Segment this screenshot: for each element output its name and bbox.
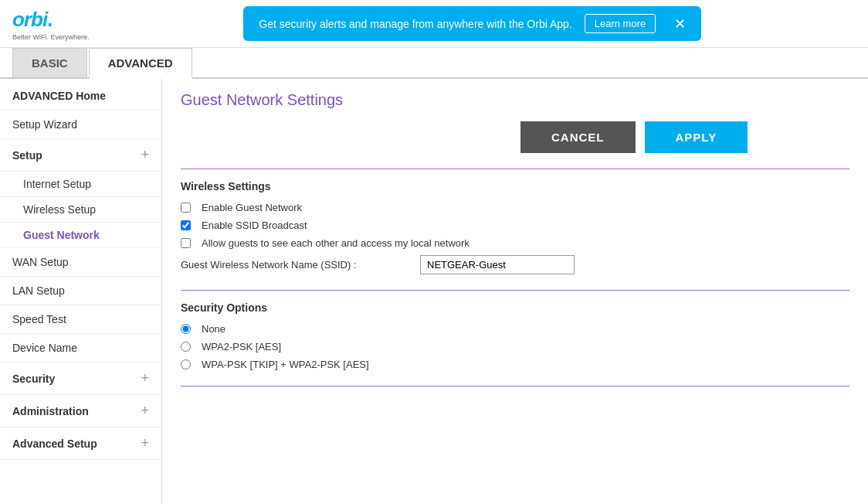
sidebar-item-speed-test[interactable]: Speed Test xyxy=(0,305,161,334)
notification-text: Get security alerts and manage from anyw… xyxy=(259,18,571,30)
sidebar-item-advanced-home[interactable]: ADVANCED Home xyxy=(0,82,161,111)
main-layout: ADVANCED Home Setup Wizard Setup + Inter… xyxy=(0,79,868,504)
allow-guests-label[interactable]: Allow guests to see each other and acces… xyxy=(202,237,470,249)
sidebar-item-lan-setup[interactable]: LAN Setup xyxy=(0,277,161,305)
sidebar-item-guest-network[interactable]: Guest Network xyxy=(0,223,161,248)
security-wpa2-radio[interactable] xyxy=(181,342,191,352)
sidebar: ADVANCED Home Setup Wizard Setup + Inter… xyxy=(0,79,162,504)
security-none-label[interactable]: None xyxy=(202,323,225,335)
content-area: Guest Network Settings CANCEL APPLY Wire… xyxy=(162,79,868,504)
wireless-settings-title: Wireless Settings xyxy=(181,180,849,192)
tabs-bar: BASIC ADVANCED xyxy=(0,48,868,79)
sidebar-item-setup[interactable]: Setup + xyxy=(0,139,161,172)
security-none-row: None xyxy=(181,323,849,335)
sidebar-item-security[interactable]: Security + xyxy=(0,363,161,395)
notification-close-button[interactable]: ✕ xyxy=(674,15,686,32)
setup-expand-icon: + xyxy=(141,147,149,163)
advanced-setup-expand-icon: + xyxy=(141,435,149,451)
logo-area: orbi. Better WiFi. Everywhere. xyxy=(12,7,90,41)
enable-ssid-broadcast-checkbox[interactable] xyxy=(181,220,191,230)
security-options-title: Security Options xyxy=(181,301,849,314)
security-wpa-combo-label[interactable]: WPA-PSK [TKIP] + WPA2-PSK [AES] xyxy=(202,359,369,370)
sidebar-item-internet-setup[interactable]: Internet Setup xyxy=(0,172,161,197)
ssid-input[interactable] xyxy=(420,255,575,274)
security-options-section: Security Options None WPA2-PSK [AES] WPA… xyxy=(181,290,849,370)
allow-guests-row: Allow guests to see each other and acces… xyxy=(181,237,849,249)
security-wpa-combo-row: WPA-PSK [TKIP] + WPA2-PSK [AES] xyxy=(181,359,849,370)
sidebar-item-device-name[interactable]: Device Name xyxy=(0,334,161,363)
enable-guest-network-row: Enable Guest Network xyxy=(181,202,849,213)
enable-guest-network-label[interactable]: Enable Guest Network xyxy=(202,202,302,213)
enable-ssid-broadcast-label[interactable]: Enable SSID Broadcast xyxy=(202,220,307,231)
sidebar-security-label: Security xyxy=(12,373,55,385)
sidebar-item-advanced-setup[interactable]: Advanced Setup + xyxy=(0,427,161,460)
administration-expand-icon: + xyxy=(141,403,149,419)
action-bar: CANCEL APPLY xyxy=(181,121,849,153)
ssid-row: Guest Wireless Network Name (SSID) : xyxy=(181,255,849,274)
security-expand-icon: + xyxy=(141,370,149,387)
ssid-label: Guest Wireless Network Name (SSID) : xyxy=(181,259,420,271)
enable-ssid-broadcast-row: Enable SSID Broadcast xyxy=(181,220,849,231)
sidebar-administration-label: Administration xyxy=(12,405,89,417)
sidebar-item-setup-wizard[interactable]: Setup Wizard xyxy=(0,111,161,139)
learn-more-button[interactable]: Learn more xyxy=(585,14,656,33)
wireless-settings-section: Wireless Settings Enable Guest Network E… xyxy=(181,169,849,274)
security-wpa2-label[interactable]: WPA2-PSK [AES] xyxy=(202,341,281,352)
notification-banner: Get security alerts and manage from anyw… xyxy=(243,6,701,41)
sidebar-item-administration[interactable]: Administration + xyxy=(0,395,161,427)
cancel-button[interactable]: CANCEL xyxy=(520,121,636,153)
security-wpa2-row: WPA2-PSK [AES] xyxy=(181,341,849,352)
tab-advanced[interactable]: ADVANCED xyxy=(89,48,192,79)
header: orbi. Better WiFi. Everywhere. Get secur… xyxy=(0,0,868,48)
enable-guest-network-checkbox[interactable] xyxy=(181,203,191,213)
page-title: Guest Network Settings xyxy=(181,91,849,109)
sidebar-item-wireless-setup[interactable]: Wireless Setup xyxy=(0,197,161,223)
sidebar-advanced-setup-label: Advanced Setup xyxy=(12,438,97,450)
sidebar-item-wan-setup[interactable]: WAN Setup xyxy=(0,248,161,277)
allow-guests-checkbox[interactable] xyxy=(181,238,191,248)
sidebar-setup-label: Setup xyxy=(12,149,42,162)
logo-tagline: Better WiFi. Everywhere. xyxy=(12,33,90,41)
security-none-radio[interactable] xyxy=(181,324,191,334)
bottom-divider xyxy=(181,386,849,387)
logo: orbi. xyxy=(12,7,52,32)
tab-basic[interactable]: BASIC xyxy=(12,48,87,77)
apply-button[interactable]: APPLY xyxy=(645,121,748,153)
security-wpa-combo-radio[interactable] xyxy=(181,359,191,369)
